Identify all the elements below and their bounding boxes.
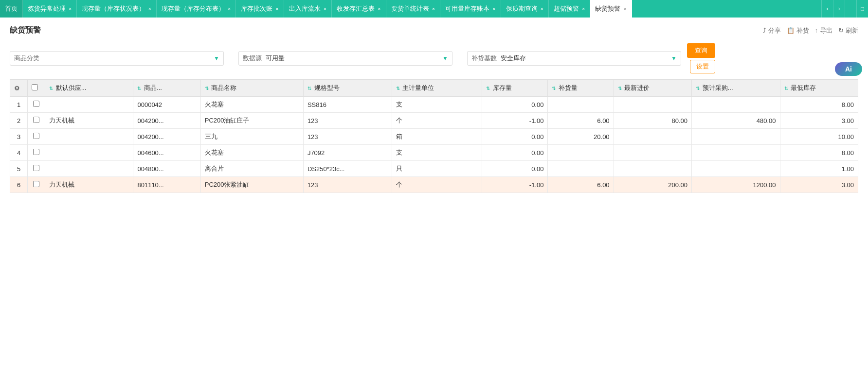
nav-maximize-btn[interactable]: □ bbox=[856, 0, 868, 18]
sort-icon-unit: ⇅ bbox=[396, 86, 400, 91]
row-num: 6 bbox=[10, 177, 28, 193]
row-checkbox-cell[interactable] bbox=[28, 129, 45, 145]
column-product-code[interactable]: ⇅ 商品... bbox=[133, 80, 200, 97]
table-row: 3 004200... 三九 123 箱 0.00 20.00 10.00 bbox=[10, 129, 858, 145]
row-spec: 123 bbox=[303, 129, 392, 145]
close-tab-shortage[interactable]: × bbox=[623, 6, 626, 12]
close-tab-batch-account[interactable]: × bbox=[275, 6, 278, 12]
row-num: 3 bbox=[10, 129, 28, 145]
row-est-purchase bbox=[692, 161, 780, 177]
tab-home[interactable]: 首页 bbox=[0, 0, 23, 18]
close-tab-abnormal[interactable]: × bbox=[69, 6, 72, 12]
row-spec: SS816 bbox=[303, 97, 392, 113]
close-tab-overstock[interactable]: × bbox=[582, 6, 585, 12]
row-product-code: 004800... bbox=[133, 161, 200, 177]
tab-recv-summary[interactable]: 收发存汇总表 × bbox=[332, 0, 386, 18]
row-product-name: 三九 bbox=[200, 129, 303, 145]
category-arrow-icon: ▼ bbox=[214, 55, 219, 62]
row-latest-price: 200.00 bbox=[614, 177, 691, 193]
row-unit: 支 bbox=[392, 145, 482, 161]
table-row: 1 0000042 火花塞 SS816 支 0.00 8.00 bbox=[10, 97, 858, 113]
row-checkbox[interactable] bbox=[33, 101, 39, 107]
row-supplier: 力天机械 bbox=[45, 177, 133, 193]
export-button[interactable]: ↑ 导出 bbox=[815, 26, 833, 35]
column-min-stock[interactable]: ⇅ 最低库存 bbox=[780, 80, 858, 97]
row-supplement-qty: 20.00 bbox=[548, 129, 614, 145]
row-min-stock: 10.00 bbox=[780, 129, 858, 145]
row-stock: -1.00 bbox=[482, 177, 548, 193]
row-supplier: 力天机械 bbox=[45, 113, 133, 129]
row-checkbox-cell[interactable] bbox=[28, 113, 45, 129]
supplement-base-value[interactable]: 安全库存 bbox=[501, 54, 667, 63]
row-checkbox[interactable] bbox=[33, 149, 39, 155]
row-unit: 个 bbox=[392, 177, 482, 193]
tab-inventory-dist[interactable]: 现存量（库存分布表） × bbox=[157, 0, 236, 18]
row-checkbox[interactable] bbox=[33, 117, 39, 123]
page-header: 缺货预警 ⤴ 分享 📋 补货 ↑ 导出 ↻ 刷新 bbox=[10, 25, 858, 35]
row-product-name: 离合片 bbox=[200, 161, 303, 177]
row-checkbox[interactable] bbox=[33, 181, 39, 187]
refresh-button[interactable]: ↻ 刷新 bbox=[838, 26, 858, 35]
column-checkbox[interactable] bbox=[28, 80, 45, 97]
row-unit: 只 bbox=[392, 161, 482, 177]
page-content: 缺货预警 ⤴ 分享 📋 补货 ↑ 导出 ↻ 刷新 bbox=[0, 18, 868, 387]
close-tab-avail-ledger[interactable]: × bbox=[492, 6, 495, 12]
nav-minimize-btn[interactable]: — bbox=[845, 0, 856, 18]
nav-prev-btn[interactable]: ‹ bbox=[821, 0, 833, 18]
column-supplement-qty[interactable]: ⇅ 补货量 bbox=[548, 80, 614, 97]
close-tab-inventory-dist[interactable]: × bbox=[228, 6, 231, 12]
select-all-checkbox[interactable] bbox=[32, 84, 38, 90]
row-checkbox[interactable] bbox=[33, 133, 39, 139]
row-checkbox-cell[interactable] bbox=[28, 177, 45, 193]
query-button[interactable]: 查询 bbox=[687, 43, 715, 58]
row-product-code: 801110... bbox=[133, 177, 200, 193]
column-est-purchase[interactable]: ⇅ 预计采购... bbox=[692, 80, 780, 97]
close-tab-recv-summary[interactable]: × bbox=[378, 6, 380, 12]
row-latest-price bbox=[614, 129, 691, 145]
row-product-name: PC200油缸庄子 bbox=[200, 113, 303, 129]
tab-req-stat[interactable]: 要货单统计表 × bbox=[386, 0, 440, 18]
ai-fab-button[interactable]: Ai bbox=[835, 62, 862, 76]
nav-next-btn[interactable]: › bbox=[833, 0, 845, 18]
tab-batch-account[interactable]: 库存批次账 × bbox=[236, 0, 284, 18]
tab-inout-flow[interactable]: 出入库流水 × bbox=[284, 0, 332, 18]
row-spec: J7092 bbox=[303, 145, 392, 161]
tab-abnormal[interactable]: 炼货异常处理 × bbox=[23, 0, 77, 18]
row-supplement-qty bbox=[548, 145, 614, 161]
column-product-name[interactable]: ⇅ 商品名称 bbox=[200, 80, 303, 97]
sort-icon-spec: ⇅ bbox=[307, 86, 311, 91]
row-min-stock: 8.00 bbox=[780, 97, 858, 113]
row-checkbox-cell[interactable] bbox=[28, 145, 45, 161]
tab-overstock[interactable]: 超储预警 × bbox=[549, 0, 590, 18]
column-spec[interactable]: ⇅ 规格型号 bbox=[303, 80, 392, 97]
close-tab-req-stat[interactable]: × bbox=[432, 6, 435, 12]
tab-inventory-status[interactable]: 现存量（库存状况表） × bbox=[77, 0, 156, 18]
data-table: ⚙ ⇅ 默认供应... ⇅ 商品... ⇅ 商品名称 ⇅ bbox=[10, 79, 858, 193]
tab-expiry[interactable]: 保质期查询 × bbox=[501, 0, 549, 18]
row-est-purchase bbox=[692, 145, 780, 161]
row-checkbox-cell[interactable] bbox=[28, 97, 45, 113]
tab-avail-ledger[interactable]: 可用量库存账本 × bbox=[440, 0, 501, 18]
row-checkbox-cell[interactable] bbox=[28, 161, 45, 177]
close-tab-inout-flow[interactable]: × bbox=[324, 6, 326, 12]
row-num: 4 bbox=[10, 145, 28, 161]
row-checkbox[interactable] bbox=[33, 165, 39, 171]
column-stock[interactable]: ⇅ 库存量 bbox=[482, 80, 548, 97]
row-product-code: 004200... bbox=[133, 113, 200, 129]
row-min-stock: 3.00 bbox=[780, 177, 858, 193]
close-tab-expiry[interactable]: × bbox=[541, 6, 543, 12]
sort-icon-stock: ⇅ bbox=[486, 86, 490, 91]
datasource-value[interactable]: 可用量 bbox=[266, 54, 438, 63]
column-settings[interactable]: ⚙ bbox=[10, 80, 28, 97]
column-unit[interactable]: ⇅ 主计量单位 bbox=[392, 80, 482, 97]
sort-icon-product-name: ⇅ bbox=[205, 86, 209, 91]
share-button[interactable]: ⤴ 分享 bbox=[763, 26, 781, 35]
column-latest-price[interactable]: ⇅ 最新进价 bbox=[614, 80, 691, 97]
settings-button[interactable]: 设置 bbox=[690, 60, 715, 73]
row-stock: 0.00 bbox=[482, 161, 548, 177]
close-tab-inventory-status[interactable]: × bbox=[148, 6, 151, 12]
supplement-button[interactable]: 📋 补货 bbox=[787, 26, 809, 35]
column-supplier[interactable]: ⇅ 默认供应... bbox=[45, 80, 133, 97]
row-unit: 个 bbox=[392, 113, 482, 129]
tab-shortage[interactable]: 缺货预警 × bbox=[590, 0, 632, 18]
